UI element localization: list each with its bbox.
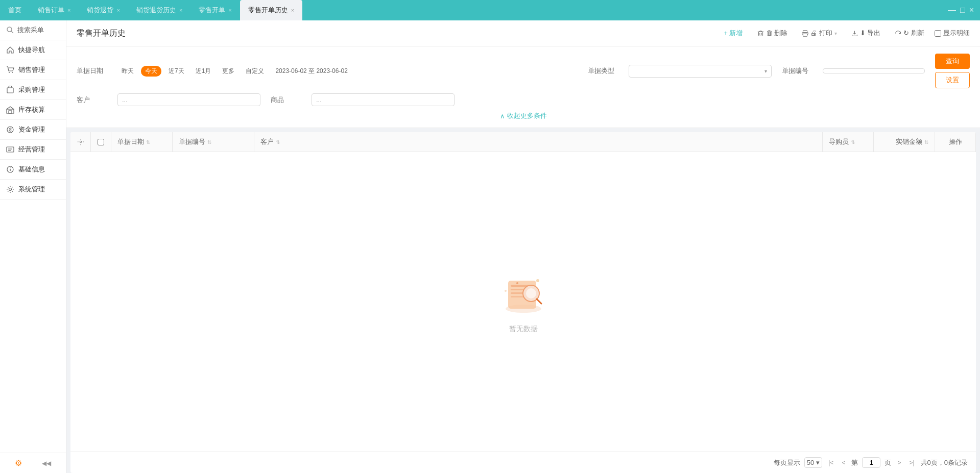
sidebar-item-sales[interactable]: 销售管理 bbox=[0, 60, 66, 80]
date-custom[interactable]: 自定义 bbox=[242, 66, 268, 77]
window-maximize[interactable]: □ bbox=[960, 6, 965, 15]
th-customer[interactable]: 客户 ⇅ bbox=[254, 132, 823, 152]
number-label: 单据编号 bbox=[782, 66, 812, 76]
page-prev[interactable]: < bbox=[840, 458, 847, 467]
th-date[interactable]: 单据日期 ⇅ bbox=[111, 132, 173, 152]
customer-input[interactable]: ... bbox=[117, 93, 260, 106]
sidebar-item-basic-info[interactable]: 基础信息 bbox=[0, 160, 66, 180]
svg-point-13 bbox=[10, 167, 11, 168]
pagination-total: 共0页，0条记录 bbox=[921, 458, 968, 467]
sidebar-management-label: 经营管理 bbox=[18, 145, 45, 154]
export-label: ⬇ 导出 bbox=[860, 29, 881, 38]
table-header: 单据日期 ⇅ 单据编号 ⇅ 客户 ⇅ 导购员 ⇅ 实销金额 ⇅ bbox=[70, 132, 976, 152]
tab-sales-order-label: 销售订单 bbox=[38, 6, 64, 15]
tab-return-history[interactable]: 销货退货历史 × bbox=[128, 0, 190, 20]
sidebar-item-system[interactable]: 系统管理 bbox=[0, 180, 66, 200]
page-last[interactable]: >| bbox=[907, 458, 916, 467]
refresh-button[interactable]: ↻ 刷新 bbox=[891, 27, 928, 40]
window-close[interactable]: × bbox=[969, 6, 974, 15]
page-input[interactable] bbox=[862, 457, 880, 468]
new-button[interactable]: + 新增 bbox=[720, 27, 747, 40]
sidebar-inventory-label: 库存核算 bbox=[18, 105, 45, 114]
date-label: 单据日期 bbox=[77, 66, 107, 76]
sort-date-icon[interactable]: ⇅ bbox=[146, 139, 150, 145]
sort-customer-icon[interactable]: ⇅ bbox=[276, 139, 280, 145]
warehouse-icon bbox=[6, 106, 14, 114]
sidebar-item-inventory[interactable]: 库存核算 bbox=[0, 100, 66, 120]
export-button[interactable]: ⬇ 导出 bbox=[847, 27, 885, 40]
tab-return-history-close[interactable]: × bbox=[179, 7, 182, 13]
toolbar: + 新增 🗑 删除 bbox=[720, 27, 970, 40]
content-area: 零售开单历史 + 新增 🗑 删除 bbox=[66, 20, 980, 473]
page-next[interactable]: > bbox=[895, 458, 903, 467]
window-controls: — □ × bbox=[948, 6, 980, 15]
collapse-label: 收起更多条件 bbox=[507, 111, 547, 120]
tab-return[interactable]: 销货退货 × bbox=[79, 0, 128, 20]
date-more[interactable]: 更多 bbox=[218, 66, 238, 77]
per-page-label: 每页显示 bbox=[774, 458, 800, 467]
tab-bar: 首页 销售订单 × 销货退货 × 销货退货历史 × 零售开单 × 零售开单历史 … bbox=[0, 0, 980, 20]
svg-point-21 bbox=[80, 141, 82, 143]
collapse-button[interactable]: ∧ 收起更多条件 bbox=[77, 111, 970, 120]
date-yesterday[interactable]: 昨天 bbox=[117, 66, 138, 77]
tab-retail-history[interactable]: 零售开单历史 × bbox=[240, 0, 302, 20]
sort-amount-icon[interactable]: ⇅ bbox=[924, 139, 928, 145]
column-settings-icon bbox=[77, 138, 84, 145]
sidebar-item-management[interactable]: 经营管理 bbox=[0, 140, 66, 160]
goods-input[interactable]: ... bbox=[312, 93, 455, 106]
type-select[interactable]: ▾ bbox=[629, 65, 772, 78]
sort-guide-icon[interactable]: ⇅ bbox=[851, 139, 855, 145]
sort-number-icon[interactable]: ⇅ bbox=[207, 139, 211, 145]
sidebar-bottom: ⚙ ◀◀ bbox=[0, 453, 66, 473]
settings-gear-icon[interactable]: ⚙ bbox=[15, 458, 22, 468]
svg-rect-15 bbox=[758, 32, 762, 36]
date-1month[interactable]: 近1月 bbox=[192, 66, 216, 77]
type-label: 单据类型 bbox=[588, 66, 618, 76]
page-first[interactable]: |< bbox=[826, 458, 835, 467]
print-label: 🖨 打印 bbox=[810, 29, 832, 38]
page-suffix: 页 bbox=[885, 458, 891, 467]
svg-rect-4 bbox=[7, 88, 13, 93]
select-all-checkbox[interactable] bbox=[98, 139, 104, 145]
svg-rect-8 bbox=[7, 147, 14, 152]
svg-point-31 bbox=[516, 282, 518, 284]
show-detail-check[interactable] bbox=[935, 30, 941, 37]
goods-placeholder: ... bbox=[316, 96, 322, 104]
sidebar-item-quicknav[interactable]: 快捷导航 bbox=[0, 40, 66, 60]
tab-retail-close[interactable]: × bbox=[228, 7, 231, 13]
delete-button[interactable]: 🗑 删除 bbox=[753, 27, 792, 40]
tab-sales-order[interactable]: 销售订单 × bbox=[30, 0, 79, 20]
svg-rect-6 bbox=[9, 111, 12, 113]
empty-state: 暂无数据 bbox=[70, 152, 976, 452]
print-button[interactable]: 🖨 打印 ▾ bbox=[798, 27, 841, 40]
tab-retail-history-close[interactable]: × bbox=[291, 7, 294, 13]
sidebar: 搜索采单 快捷导航 销售管理 采购管理 bbox=[0, 20, 66, 473]
tab-home[interactable]: 首页 bbox=[0, 0, 30, 20]
settings-button[interactable]: 设置 bbox=[935, 72, 970, 88]
number-input[interactable] bbox=[823, 68, 925, 73]
th-check[interactable] bbox=[91, 132, 111, 152]
tab-sales-order-close[interactable]: × bbox=[67, 7, 70, 13]
tab-retail-label: 零售开单 bbox=[199, 6, 225, 15]
sidebar-quicknav-label: 快捷导航 bbox=[18, 45, 45, 55]
sidebar-item-finance[interactable]: 资金管理 bbox=[0, 120, 66, 140]
sidebar-search[interactable]: 搜索采单 bbox=[0, 20, 66, 40]
date-today[interactable]: 今天 bbox=[141, 66, 161, 77]
tab-retail[interactable]: 零售开单 × bbox=[190, 0, 240, 20]
th-settings[interactable] bbox=[70, 132, 91, 152]
th-number[interactable]: 单据编号 ⇅ bbox=[173, 132, 254, 152]
sidebar-item-purchase[interactable]: 采购管理 bbox=[0, 80, 66, 100]
sidebar-collapse-icon[interactable]: ◀◀ bbox=[42, 460, 51, 467]
date-7days[interactable]: 近7天 bbox=[164, 66, 188, 77]
th-amount[interactable]: 实销金额 ⇅ bbox=[874, 132, 935, 152]
main-layout: 搜索采单 快捷导航 销售管理 采购管理 bbox=[0, 20, 980, 473]
per-page-select[interactable]: 50 ▾ bbox=[804, 457, 822, 468]
window-minimize[interactable]: — bbox=[948, 6, 956, 15]
svg-point-32 bbox=[536, 279, 539, 282]
show-detail-checkbox[interactable]: 显示明细 bbox=[935, 29, 970, 38]
filter-area: 单据日期 昨天 今天 近7天 近1月 更多 自定义 2023-06-02 至 2… bbox=[66, 46, 980, 128]
tab-return-close[interactable]: × bbox=[116, 7, 119, 13]
query-button[interactable]: 查询 bbox=[935, 54, 970, 69]
svg-line-30 bbox=[537, 299, 541, 304]
th-guide[interactable]: 导购员 ⇅ bbox=[823, 132, 874, 152]
